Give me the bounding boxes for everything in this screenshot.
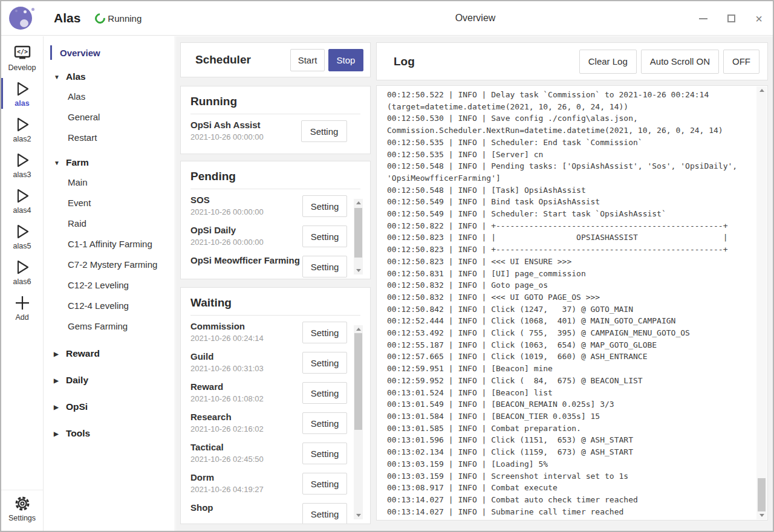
setting-button[interactable]: Setting <box>302 225 347 247</box>
sidebar-item-c12-2-leveling[interactable]: C12-2 Leveling <box>44 274 175 295</box>
task-next-run-time: 2021-10-26 02:45:50 <box>190 453 264 465</box>
setting-button[interactable]: Setting <box>302 503 347 524</box>
scroll-up-icon[interactable] <box>354 199 363 207</box>
alas-logo-icon <box>9 7 32 30</box>
sidebar-item-c1-1-affinity-farming[interactable]: C1-1 Affinity Farming <box>44 233 175 254</box>
section-scrollbar[interactable] <box>354 325 363 519</box>
setting-button[interactable]: Setting <box>302 195 347 217</box>
sidebar-item-raid[interactable]: Raid <box>44 213 175 233</box>
setting-button[interactable]: Setting <box>302 256 347 277</box>
nav-sidebar: Overview▼AlasAlasGeneralRestart▼FarmMain… <box>44 36 175 531</box>
sidebar-item-opsi[interactable]: ▶OpSi <box>44 398 175 416</box>
task-sections: RunningOpSi Ash Assist2021-10-26 00:00:0… <box>180 86 371 524</box>
task-list: SOS2021-10-26 00:00:00SettingOpSi Daily2… <box>181 189 370 279</box>
scroll-down-icon[interactable] <box>756 511 767 519</box>
minimize-icon <box>699 18 707 19</box>
rail-item-alas[interactable]: alas <box>1 76 43 111</box>
page-title: Overview <box>455 13 496 24</box>
scroll-down-icon[interactable] <box>354 267 363 274</box>
rail-item-develop[interactable]: </>Develop <box>1 40 43 76</box>
scroll-up-icon[interactable] <box>756 86 767 94</box>
minimize-button[interactable] <box>698 13 709 24</box>
stop-button[interactable]: Stop <box>328 49 363 71</box>
sidebar-item-general[interactable]: General <box>44 106 175 127</box>
play-icon <box>14 79 31 99</box>
sidebar-item-alas[interactable]: ▼Alas <box>44 68 175 86</box>
task-next-run-time: 2021-10-26 00:31:03 <box>190 363 264 375</box>
sidebar-item-overview[interactable]: Overview <box>44 44 175 62</box>
maximize-button[interactable] <box>726 13 737 24</box>
content-area: Scheduler Start Stop RunningOpSi Ash Ass… <box>176 36 773 531</box>
setting-button[interactable]: Setting <box>302 412 347 434</box>
sidebar-item-c12-4-leveling[interactable]: C12-4 Leveling <box>44 295 175 316</box>
rail-item-alas5[interactable]: alas5 <box>1 218 43 254</box>
task-next-run-time: 2021-10-26 02:16:02 <box>190 423 264 435</box>
log-line: 00:13:01.584 | INFO | [BEACON_TIER 0.035… <box>387 410 752 423</box>
rail-item-add[interactable]: Add <box>1 290 43 325</box>
autoscroll-off-button[interactable]: OFF <box>723 50 759 74</box>
section-scrollbar[interactable] <box>354 199 363 274</box>
log-line: 00:13:08.917 | INFO | Combat execute <box>387 482 752 494</box>
setting-button[interactable]: Setting <box>302 352 347 374</box>
rail-item-alas6[interactable]: alas6 <box>1 254 43 290</box>
setting-button[interactable]: Setting <box>301 120 347 142</box>
section-running: RunningOpSi Ash Assist2021-10-26 00:00:0… <box>180 86 371 154</box>
start-button[interactable]: Start <box>290 49 325 71</box>
log-column: Log Clear Log Auto Scroll ON OFF 00:12:5… <box>376 42 768 521</box>
log-line: 'OpsiMeowfficerFarming'] <box>387 172 752 184</box>
setting-button[interactable]: Setting <box>302 443 347 464</box>
sidebar-item-c7-2-mystery-farming[interactable]: C7-2 Mystery Farming <box>44 254 175 274</box>
log-output: 00:12:50.522 | INFO | Delay task `Commis… <box>377 86 767 520</box>
rail-item-alas4[interactable]: alas4 <box>1 183 43 218</box>
log-line: 00:12:50.823 | INFO | +-----------------… <box>387 244 752 256</box>
sidebar-item-farm[interactable]: ▼Farm <box>44 154 175 172</box>
rail-item-alas3[interactable]: alas3 <box>1 147 43 183</box>
task-row: Research2021-10-26 02:16:02Setting <box>190 410 347 441</box>
setting-button[interactable]: Setting <box>302 322 347 343</box>
scroll-up-icon[interactable] <box>354 325 363 333</box>
sidebar-item-daily[interactable]: ▶Daily <box>44 371 175 389</box>
task-info: Guild2021-10-26 00:31:03 <box>190 350 264 375</box>
sidebar-item-label: C12-4 Leveling <box>68 300 129 311</box>
scrollbar-thumb[interactable] <box>354 208 362 258</box>
task-name: Reward <box>190 380 264 393</box>
task-info: Dorm2021-10-26 04:19:27 <box>190 471 264 496</box>
rail-item-label: alas5 <box>13 242 31 250</box>
setting-button[interactable]: Setting <box>302 473 347 495</box>
gear-icon <box>13 494 31 513</box>
sidebar-item-label: Farm <box>66 157 89 168</box>
close-button[interactable]: × <box>753 13 764 24</box>
sidebar-item-label: Raid <box>68 218 86 229</box>
clear-log-button[interactable]: Clear Log <box>579 50 637 74</box>
log-line: 00:12:50.530 | INFO | Save config ./conf… <box>387 112 752 125</box>
log-line: 00:13:02.134 | INFO | Click (1159, 673) … <box>387 446 752 458</box>
log-scrollbar[interactable] <box>756 86 767 519</box>
titlebar: Alas Running Overview × <box>1 1 773 36</box>
log-scrollbar-thumb[interactable] <box>758 478 766 511</box>
scroll-down-icon[interactable] <box>354 511 363 519</box>
sidebar-item-gems-farming[interactable]: Gems Farming <box>44 316 175 336</box>
sidebar-item-label: C12-2 Leveling <box>68 280 129 290</box>
rail-item-alas2[interactable]: alas2 <box>1 111 43 147</box>
autoscroll-on-button[interactable]: Auto Scroll ON <box>641 50 719 74</box>
sidebar-item-label: Alas <box>66 71 86 82</box>
section-title: Pending <box>190 161 360 189</box>
sidebar-item-main[interactable]: Main <box>44 172 175 192</box>
chevron-right-icon: ▶ <box>54 404 60 410</box>
rail-items: </>Developalasalas2alas3alas4alas5alas6A… <box>1 36 43 325</box>
sidebar-item-tools[interactable]: ▶Tools <box>44 424 175 443</box>
task-row: OpSi Daily2021-10-26 00:00:00Setting <box>190 224 347 254</box>
sidebar-item-alas[interactable]: Alas <box>44 86 175 106</box>
log-line: 00:13:01.596 | INFO | Click (1151, 653) … <box>387 434 752 446</box>
task-info: Shop <box>190 501 213 514</box>
chevron-down-icon: ▼ <box>54 74 60 80</box>
sidebar-item-restart[interactable]: Restart <box>44 127 175 148</box>
setting-button[interactable]: Setting <box>302 382 347 404</box>
scrollbar-thumb[interactable] <box>354 333 362 430</box>
sidebar-item-event[interactable]: Event <box>44 192 175 213</box>
rail-item-label: alas4 <box>13 206 31 215</box>
task-name: Dorm <box>190 471 264 484</box>
task-row: Commission2021-10-26 00:24:14Setting <box>190 320 347 350</box>
sidebar-item-reward[interactable]: ▶Reward <box>44 345 175 363</box>
rail-item-settings[interactable]: Settings <box>1 490 43 526</box>
